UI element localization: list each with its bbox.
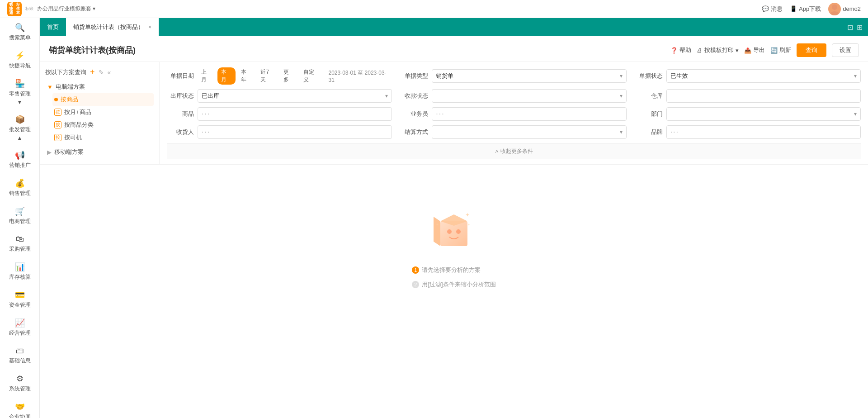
message-button[interactable]: 💬 消息 (762, 5, 783, 13)
sidebar-item-finance[interactable]: 💳 资金管理 (0, 285, 39, 314)
sidebar-item-search[interactable]: 🔍 搜索菜单 (0, 18, 39, 46)
goods-label: 商品 (167, 110, 194, 118)
tree-item-by-month-goods[interactable]: 按 按月+商品 (52, 106, 154, 119)
tree-item-mobile[interactable]: ▶ 移动端方案 (45, 146, 154, 158)
tab-close-button[interactable]: × (148, 24, 151, 30)
warehouse-select[interactable] (666, 89, 861, 103)
sidebar-item-inventory[interactable]: 📊 库存核算 (0, 257, 39, 285)
user-menu[interactable]: demo2 (828, 3, 861, 15)
salesperson-label: 业务员 (401, 110, 428, 118)
tree-item-by-driver[interactable]: 按 按司机 (52, 131, 154, 144)
receiver-select[interactable]: ··· (198, 125, 392, 139)
date-tab-this-year[interactable]: 本年 (237, 67, 255, 85)
doc-type-label: 单据类型 (401, 72, 428, 80)
receive-status-label: 收款状态 (401, 92, 428, 100)
receive-status-select[interactable]: ▾ (432, 89, 626, 103)
page-actions: ❓ 帮助 🖨 按模板打印 ▾ 📤 导出 🔄 (670, 43, 859, 57)
content-area: 首页 销货单统计计表（按商品） × ⊡ ⊞ 销货单统计计表(按商品) ❓ (40, 18, 868, 418)
svg-point-1 (830, 11, 839, 15)
date-tab-7days[interactable]: 近7天 (257, 67, 278, 85)
receive-status-arrow-icon: ▾ (620, 93, 623, 99)
topbar-right: 💬 消息 📱 App下载 demo2 (762, 3, 861, 15)
ecommerce-icon: 🛒 (15, 206, 25, 216)
tree-item-by-goods[interactable]: 按商品 (52, 93, 154, 106)
sidebar-item-quick-nav[interactable]: ⚡ 快捷导航 (0, 46, 39, 74)
query-button[interactable]: 查询 (797, 43, 826, 57)
filter-item-salesperson: 业务员 ··· (401, 107, 626, 121)
tree-expand-mobile-icon: ▶ (47, 149, 52, 156)
tab-minimize-button[interactable]: ⊡ (847, 23, 853, 32)
salesperson-dots: ··· (436, 110, 444, 118)
tree-sub-pc: 按商品 按 按月+商品 按 按商品分类 (45, 93, 154, 144)
filter-area: 按以下方案查询 + ✎ « ▼ 电脑端方案 (40, 62, 868, 165)
tree-item-pc[interactable]: ▼ 电脑端方案 (45, 81, 154, 93)
brand-select[interactable]: ··· (666, 125, 861, 139)
help-button[interactable]: ❓ 帮助 (670, 46, 691, 54)
topbar-left: 畅捷通 好生意 标账 办公用品行业模拟账套 ▾ (7, 2, 95, 16)
retail-expand-icon: ▼ (17, 99, 23, 105)
tree-item-by-category[interactable]: 按 按商品分类 (52, 119, 154, 131)
tree-expand-pc-icon: ▼ (47, 84, 53, 90)
tab-expand-button[interactable]: ⊞ (857, 23, 863, 32)
refresh-button[interactable]: 🔄 刷新 (770, 46, 791, 54)
marketing-icon: 📢 (15, 150, 25, 160)
svg-point-0 (832, 5, 837, 10)
sidebar-item-basic[interactable]: 🗃 基础信息 (0, 342, 39, 369)
workspace-selector[interactable]: 办公用品行业模拟账套 ▾ (37, 5, 95, 13)
goods-select[interactable]: ··· (198, 107, 392, 121)
sidebar-item-enterprise[interactable]: 🤝 企业协同 (0, 397, 39, 418)
payment-label: 结算方式 (401, 128, 428, 136)
operations-icon: 📈 (15, 318, 25, 328)
goods-dots: ··· (202, 110, 210, 118)
collapse-more-conditions[interactable]: ∧ 收起更多条件 (167, 143, 861, 159)
tab-home[interactable]: 首页 (40, 18, 66, 36)
add-scheme-button[interactable]: + (90, 67, 95, 77)
out-status-label: 出库状态 (167, 92, 194, 100)
sidebar-item-sales[interactable]: 💰 销售管理 (0, 174, 39, 202)
date-label: 单据日期 (167, 72, 194, 80)
retail-icon: 🏪 (15, 79, 25, 89)
purchase-icon: 🛍 (16, 234, 24, 244)
tab-sales-stats[interactable]: 销货单统计计表（按商品） × (66, 18, 159, 36)
department-select[interactable]: ▾ (666, 107, 861, 121)
filter-row-2: 出库状态 已出库 ▾ 收款状态 ▾ (167, 89, 861, 103)
finance-icon: 💳 (15, 290, 25, 300)
out-status-select[interactable]: 已出库 ▾ (198, 89, 392, 103)
edit-scheme-button[interactable]: ✎ (99, 69, 104, 76)
basic-icon: 🗃 (16, 346, 24, 356)
doc-type-arrow-icon: ▾ (620, 73, 623, 79)
tab-end-actions: ⊡ ⊞ (847, 23, 868, 32)
date-tab-last-month[interactable]: 上月 (198, 67, 216, 85)
sidebar-item-system[interactable]: ⚙ 系统管理 (0, 369, 39, 397)
settings-button[interactable]: 设置 (832, 43, 859, 57)
sidebar-item-wholesale[interactable]: 📦 批发管理 ▲ (0, 110, 39, 146)
receiver-dots: ··· (202, 128, 210, 136)
template-print-button[interactable]: 🖨 按模板打印 ▾ (697, 46, 739, 54)
collapse-scheme-button[interactable]: « (108, 69, 111, 76)
sidebar-item-ecommerce[interactable]: 🛒 电商管理 (0, 202, 39, 230)
empty-tip-1: 1 请先选择要分析的方案 (412, 264, 495, 276)
salesperson-select[interactable]: ··· (432, 107, 626, 121)
sidebar-item-marketing[interactable]: 📢 营销推广 (0, 146, 39, 174)
date-tab-more[interactable]: 更多 (280, 67, 298, 85)
doc-type-select[interactable]: 销货单 ▾ (432, 69, 626, 83)
export-button[interactable]: 📤 导出 (744, 46, 765, 54)
sales-icon: 💰 (15, 178, 25, 188)
date-tab-custom[interactable]: 自定义 (300, 67, 323, 85)
date-range-display: 2023-03-01 至 2023-03-31 (329, 69, 392, 83)
date-tab-this-month[interactable]: 本月 (217, 67, 236, 85)
empty-tips: 1 请先选择要分析的方案 2 用[过滤]条件来缩小分析范围 (412, 264, 495, 290)
filter-row-1: 单据日期 上月 本月 本年 近7天 更多 自定义 (167, 67, 861, 85)
scheme-panel-header: 按以下方案查询 + ✎ « (45, 67, 154, 77)
sidebar-item-operations[interactable]: 📈 经营管理 (0, 314, 39, 342)
doc-status-select[interactable]: 已生效 ▾ (666, 69, 861, 83)
doc-status-arrow-icon: ▾ (854, 73, 857, 79)
date-range-control: 上月 本月 本年 近7天 更多 自定义 2023-03-01 至 2023-03… (198, 67, 392, 85)
app-download-button[interactable]: 📱 App下载 (790, 5, 821, 13)
sidebar-item-purchase[interactable]: 🛍 采购管理 (0, 230, 39, 257)
sidebar-item-retail[interactable]: 🏪 零售管理 ▼ (0, 74, 39, 110)
payment-select[interactable]: ▾ (432, 125, 626, 139)
filter-item-brand: 品牌 ··· (636, 125, 861, 139)
svg-marker-4 (434, 217, 440, 246)
app-logo: 畅捷通 好生意 (7, 2, 22, 16)
